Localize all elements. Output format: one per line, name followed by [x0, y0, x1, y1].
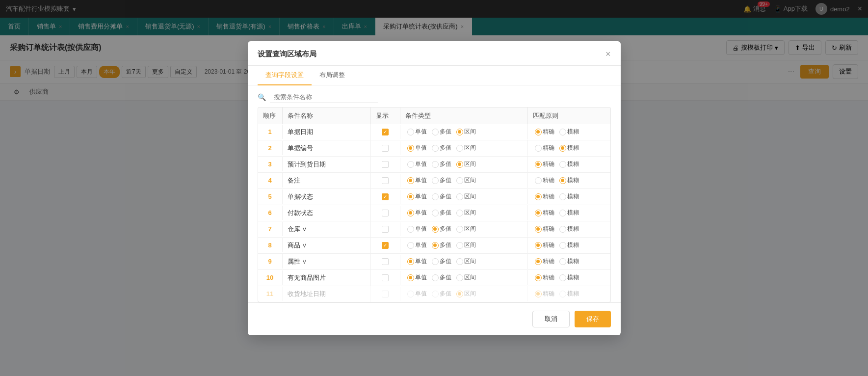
dialog-header: 设置查询区域布局 × [248, 41, 621, 66]
dialog-tabs: 查询字段设置布局调整 [248, 66, 621, 85]
dialog: 设置查询区域布局 × 查询字段设置布局调整 🔍 顺序条件名称显示条件类型匹配原则… [248, 41, 621, 101]
search-icon: 🔍 [258, 93, 266, 101]
search-input[interactable] [270, 91, 378, 101]
dialog-close-button[interactable]: × [605, 49, 611, 65]
dialog-tab-1[interactable]: 布局调整 [312, 66, 353, 85]
dialog-tab-0[interactable]: 查询字段设置 [258, 66, 312, 85]
dialog-overlay: 设置查询区域布局 × 查询字段设置布局调整 🔍 顺序条件名称显示条件类型匹配原则… [0, 0, 868, 101]
dialog-title: 设置查询区域布局 [258, 50, 316, 65]
dialog-search-area: 🔍 [248, 85, 621, 101]
